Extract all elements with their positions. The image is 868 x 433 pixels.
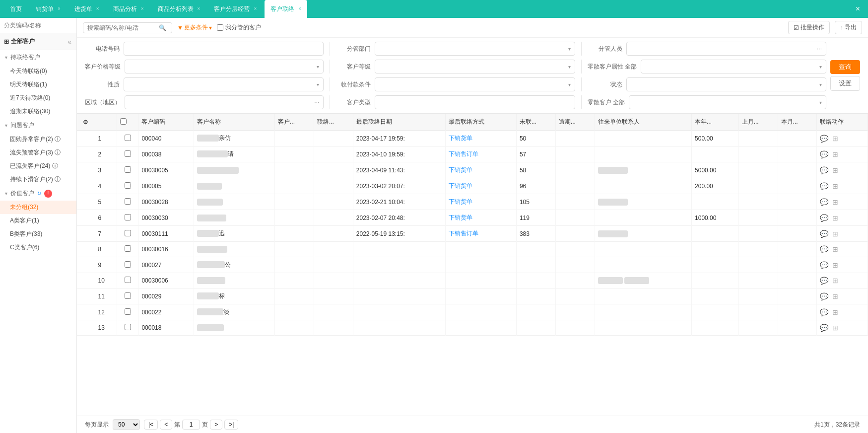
close-customer-segment-tab-icon[interactable]: × (254, 0, 257, 18)
cell-check[interactable] (117, 273, 138, 289)
grid-action-icon[interactable]: ⊞ (832, 277, 838, 285)
page-size-select[interactable]: 50 20 100 (113, 419, 140, 430)
row-checkbox[interactable] (125, 182, 131, 189)
chat-icon[interactable]: 💬 (820, 245, 828, 253)
nav-tab-customer-segment[interactable]: 客户分层经营 × (208, 0, 263, 18)
sidebar-item-purchase-abnormal[interactable]: 固购异常客户(2) ⓘ (0, 133, 76, 146)
row-checkbox[interactable] (125, 198, 131, 205)
close-product-analysis-tab-icon[interactable]: × (141, 0, 144, 18)
filter-search-icon[interactable]: 🔍 (159, 24, 166, 31)
filter-phone-input[interactable] (124, 42, 324, 56)
chat-icon[interactable]: 💬 (820, 292, 828, 300)
contact-method-link[interactable]: 下销货单 (449, 135, 472, 142)
filter-manager-input[interactable]: ··· (626, 42, 826, 56)
row-checkbox[interactable] (125, 150, 131, 157)
chat-icon[interactable]: 💬 (820, 182, 828, 190)
cell-check[interactable] (117, 226, 138, 242)
my-customers-check[interactable] (217, 24, 223, 31)
cell-check[interactable] (117, 257, 138, 273)
sidebar-item-group-c[interactable]: C类客户(6) (0, 241, 76, 254)
filter-search-input[interactable] (87, 24, 157, 31)
sidebar-item-no-group[interactable]: 未分组(32) (0, 201, 76, 214)
sidebar-item-group-a[interactable]: A类客户(1) (0, 214, 76, 227)
row-checkbox[interactable] (125, 277, 131, 283)
chat-icon[interactable]: 💬 (820, 308, 828, 316)
prev-page-button[interactable]: < (160, 420, 172, 430)
value-customers-header[interactable]: ▼ 价值客户 ↻ ! (0, 186, 76, 201)
chat-icon[interactable]: 💬 (820, 324, 828, 332)
export-button[interactable]: ↑ 导出 (835, 21, 862, 34)
grid-action-icon[interactable]: ⊞ (832, 292, 838, 300)
grid-action-icon[interactable]: ⊞ (832, 150, 838, 158)
cell-check[interactable] (117, 146, 138, 162)
nav-tab-product-analysis[interactable]: 商品分析 × (107, 0, 150, 18)
cell-check[interactable] (117, 242, 138, 257)
select-all-checkbox[interactable] (120, 118, 127, 125)
problem-customers-header[interactable]: ▼ 问题客户 (0, 118, 76, 133)
filter-retail-customer-input[interactable]: ▾ (629, 95, 826, 109)
sidebar-all-customers[interactable]: ⊞ 全部客户 « (0, 33, 76, 50)
grid-action-icon[interactable]: ⊞ (832, 245, 838, 253)
sidebar-item-near7days[interactable]: 近7天待联络(0) (0, 91, 76, 105)
cell-check[interactable] (117, 289, 138, 304)
nav-tab-sales[interactable]: 销货单 × (30, 0, 67, 18)
filter-status-input[interactable]: ▾ (626, 77, 826, 91)
next-page-button[interactable]: > (210, 420, 222, 430)
chat-icon[interactable]: 💬 (820, 214, 828, 222)
close-product-analysis-list-tab-icon[interactable]: × (198, 0, 200, 18)
cell-check[interactable] (117, 304, 138, 320)
row-checkbox[interactable] (125, 230, 131, 236)
row-checkbox[interactable] (125, 292, 131, 299)
chat-icon[interactable]: 💬 (820, 261, 828, 269)
pending-contact-header[interactable]: ▼ 待联络客户 (0, 50, 76, 65)
close-purchase-tab-icon[interactable]: × (96, 0, 99, 18)
cell-check[interactable] (117, 131, 138, 146)
filter-region-input[interactable]: ··· (125, 95, 324, 109)
contact-method-link[interactable]: 下销货单 (449, 182, 472, 189)
my-customers-checkbox[interactable]: 我分管的客户 (217, 23, 261, 32)
contact-method-link[interactable]: 下销货单 (449, 166, 472, 173)
batch-op-button[interactable]: ☑ 批量操作 (788, 21, 830, 34)
row-checkbox[interactable] (125, 214, 131, 220)
row-checkbox[interactable] (125, 261, 131, 268)
chat-icon[interactable]: 💬 (820, 166, 828, 174)
grid-action-icon[interactable]: ⊞ (832, 230, 838, 238)
more-conditions-button[interactable]: ▼ 更多条件 ▾ (177, 23, 212, 32)
contact-method-link[interactable]: 下销售订单 (449, 150, 478, 157)
reset-button[interactable]: 设置 (830, 76, 860, 91)
nav-tab-purchase[interactable]: 进货单 × (68, 0, 105, 18)
nav-tab-home[interactable]: 首页 (4, 0, 28, 18)
nav-tab-customer-contact[interactable]: 客户联络 × (265, 0, 307, 18)
query-button[interactable]: 查询 (830, 60, 860, 74)
contact-method-link[interactable]: 下销售订单 (449, 230, 478, 237)
grid-action-icon[interactable]: ⊞ (832, 214, 838, 222)
grid-action-icon[interactable]: ⊞ (832, 166, 838, 174)
close-customer-contact-tab-icon[interactable]: × (298, 0, 301, 18)
sidebar-item-lost[interactable]: 已流失客户(24) ⓘ (0, 159, 76, 173)
window-close-button[interactable]: × (852, 4, 864, 13)
contact-method-link[interactable]: 下销货单 (449, 198, 472, 205)
row-checkbox[interactable] (125, 135, 131, 141)
row-checkbox[interactable] (125, 324, 131, 330)
chat-icon[interactable]: 💬 (820, 198, 828, 206)
refresh-icon[interactable]: ↻ (37, 191, 41, 196)
first-page-button[interactable]: |< (144, 420, 158, 430)
sidebar-item-churn-risk[interactable]: 流失预警客户(3) ⓘ (0, 146, 76, 159)
grid-action-icon[interactable]: ⊞ (832, 182, 838, 190)
filter-payment-input[interactable]: ▾ (375, 77, 575, 91)
sidebar-item-declining[interactable]: 持续下滑客户(2) ⓘ (0, 173, 76, 186)
row-checkbox[interactable] (125, 245, 131, 252)
sidebar-collapse-button[interactable]: « (67, 38, 72, 46)
col-settings[interactable]: ⚙ (77, 114, 95, 131)
nav-tab-product-analysis-list[interactable]: 商品分析列表 × (152, 0, 206, 18)
grid-action-icon[interactable]: ⊞ (832, 198, 838, 206)
cell-check[interactable] (117, 210, 138, 226)
page-number-input[interactable] (182, 420, 200, 430)
cell-check[interactable] (117, 320, 138, 336)
sidebar-item-tomorrow[interactable]: 明天待联络(1) (0, 78, 76, 91)
sidebar-item-group-b[interactable]: B类客户(33) (0, 227, 76, 241)
grid-action-icon[interactable]: ⊞ (832, 261, 838, 269)
cell-check[interactable] (117, 194, 138, 210)
cell-check[interactable] (117, 162, 138, 178)
filter-customer-type-input[interactable] (375, 95, 575, 109)
